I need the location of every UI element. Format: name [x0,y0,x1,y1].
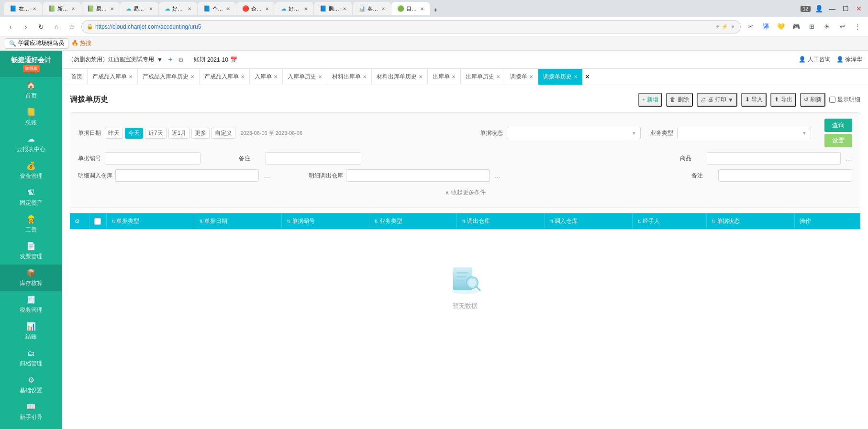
new-button[interactable]: + 新增 [638,93,662,107]
tab-close-7[interactable]: ✕ [265,6,269,11]
add-company-button[interactable]: ＋ [167,55,174,65]
company-selector[interactable]: （勿删勿禁用）江西服宝测试专用 ▼ [68,55,163,64]
user-avatar[interactable]: 👤 徐泽华 [836,55,862,64]
browser-tab-6[interactable]: 📘 个… ✕ [198,2,236,15]
browser-tab-4[interactable]: ☁ 易… ✕ [120,2,158,15]
date-btn-7days[interactable]: 近7天 [145,128,167,139]
goods-dots-icon[interactable]: … [846,154,852,162]
home-button[interactable]: ⌂ [51,21,62,33]
nav-tab-close-4[interactable]: ✕ [274,74,278,79]
more-icon[interactable]: ⋮ [852,21,863,33]
browser-tab-3[interactable]: 📗 易… ✕ [81,2,120,15]
table-header-handler[interactable]: ⇅ 经手人 [632,213,707,229]
detail-in-dots-icon[interactable]: … [264,172,270,179]
tab-close-10[interactable]: ✕ [381,6,385,11]
gear-config-icon[interactable]: ⚙ [75,218,80,225]
table-header-doc-status[interactable]: ⇅ 单据状态 [707,213,794,229]
calendar-icon[interactable]: 📅 [230,56,237,63]
date-btn-1month[interactable]: 近1月 [168,128,190,139]
back-button[interactable]: ‹ [5,21,16,33]
nav-tab-close-7[interactable]: ✕ [419,74,423,79]
display-columns-checkbox[interactable] [829,97,835,103]
tab-close-3[interactable]: ✕ [110,6,114,11]
select-all-checkbox[interactable] [94,218,101,225]
wallet-icon[interactable]: 💛 [775,21,787,33]
table-header-gear[interactable]: ⚙ [70,213,89,229]
customer-service[interactable]: 👤 人工咨询 [799,55,830,64]
scissors-icon[interactable]: ✂ [745,21,756,33]
nav-tab-11[interactable]: 调拨单历史 ✕ [538,69,583,85]
nav-tab-10[interactable]: 调拨单 ✕ [505,69,538,85]
print-dropdown-icon[interactable]: ▼ [728,97,734,103]
refresh-button[interactable]: ↺ 刷新 [800,93,825,107]
profile-button[interactable]: 👤 [813,3,824,14]
search-input-area[interactable]: 🔍 学霸应聘场驱鸟员 [5,38,68,49]
sidebar-item-guide[interactable]: 📖 新手引导 [0,398,62,425]
display-columns-toggle[interactable]: 显示明细 [829,96,860,104]
sidebar-item-payroll[interactable]: 👷 工资 [0,211,62,238]
status-select[interactable]: ▼ [507,127,641,139]
table-header-doc-no[interactable]: ⇅ 单据编号 [281,213,369,229]
nav-tab-close-6[interactable]: ✕ [363,74,367,79]
sidebar-item-inventory[interactable]: 📦 库存核算 [0,264,62,291]
sidebar-item-tax[interactable]: 🧾 税务管理 [0,291,62,318]
table-header-doc-date[interactable]: ⇅ 单据日期 [194,213,281,229]
delete-button[interactable]: 🗑 删除 [666,93,692,107]
sidebar-item-cloud-reports[interactable]: ☁ 云报表中心 [0,131,62,157]
nav-tab-close-10[interactable]: ✕ [529,74,533,79]
sidebar-item-fixed-assets[interactable]: 🏗 固定资产 [0,184,62,211]
detail-out-dots-icon[interactable]: … [494,172,501,179]
note-input[interactable] [718,169,852,182]
browser-tab-9[interactable]: 📘 腾… ✕ [314,2,352,15]
nav-tab-3[interactable]: 产成品入库单 ✕ [200,69,250,85]
tab-close-6[interactable]: ✕ [226,6,230,11]
import-button[interactable]: ⬇ 导入 [741,93,767,107]
browser-tab-8[interactable]: ☁ 好… ✕ [275,2,313,15]
sidebar-item-vip[interactable]: ✓ 畅会员 [0,425,62,429]
tab-close-11[interactable]: ✕ [420,6,424,11]
dropdown-arrow-icon[interactable]: ▼ [730,24,735,30]
tab-close-2[interactable]: ✕ [71,6,75,11]
table-header-biz-type[interactable]: ⇅ 业务类型 [369,213,457,229]
collapse-button[interactable]: ∧ 收起更多条件 [78,187,852,198]
sidebar-item-archive[interactable]: 🗂 归档管理 [0,345,62,372]
browser-tab-10[interactable]: 📊 各… ✕ [353,2,391,15]
export-button[interactable]: ⬆ 导出 [770,93,796,107]
forward-button[interactable]: › [20,21,32,33]
tab-close-8[interactable]: ✕ [304,6,308,11]
grid-icon[interactable]: ⊞ [806,21,817,33]
nav-tab-6[interactable]: 材料出库单 ✕ [327,69,372,85]
remark-input[interactable] [266,152,361,165]
query-button[interactable]: 查询 [824,119,852,132]
nav-tab-close-1[interactable]: ✕ [129,74,133,79]
tab-close-4[interactable]: ✕ [149,6,153,11]
nav-tab-4[interactable]: 入库单 ✕ [250,69,283,85]
nav-tab-close-3[interactable]: ✕ [241,74,245,79]
browser-tab-2[interactable]: 📗 新… ✕ [43,2,81,15]
nav-tab-8[interactable]: 出库单 ✕ [428,69,461,85]
close-all-tabs-button[interactable]: ✕ [585,73,590,80]
date-btn-custom[interactable]: 自定义 [211,128,235,139]
date-btn-yesterday[interactable]: 昨天 [105,128,123,139]
close-button[interactable]: ✕ [854,3,864,14]
minimize-button[interactable]: — [827,3,837,14]
table-header-checkbox[interactable] [89,213,106,229]
company-settings-icon[interactable]: ⚙ [178,56,184,64]
nav-tab-close-9[interactable]: ✕ [496,74,500,79]
address-bar[interactable]: 🔒 https://cloud.chanjet.com/accounting/u… [81,20,741,33]
sidebar-item-finance[interactable]: 💰 资金管理 [0,157,62,184]
maximize-button[interactable]: ☐ [840,3,851,14]
nav-tab-2[interactable]: 产成品入库单历史 ✕ [138,69,200,85]
refresh-nav-button[interactable]: ↻ [35,21,47,33]
browser-tab-1[interactable]: 📘 在… ✕ [4,2,42,15]
date-btn-today[interactable]: 今天 [125,128,143,139]
new-tab-button[interactable]: ＋ [430,5,441,15]
nav-tab-7[interactable]: 材料出库单历史 ✕ [372,69,428,85]
nav-tab-close-8[interactable]: ✕ [452,74,456,79]
sidebar-item-settings[interactable]: ⚙ 基础设置 [0,372,62,398]
table-header-out-warehouse[interactable]: ⇅ 调出仓库 [457,213,545,229]
nav-tab-close-5[interactable]: ✕ [318,74,322,79]
tab-close-5[interactable]: ✕ [188,6,191,11]
nav-tab-close-2[interactable]: ✕ [190,74,194,79]
undo-icon[interactable]: ↩ [836,21,848,33]
